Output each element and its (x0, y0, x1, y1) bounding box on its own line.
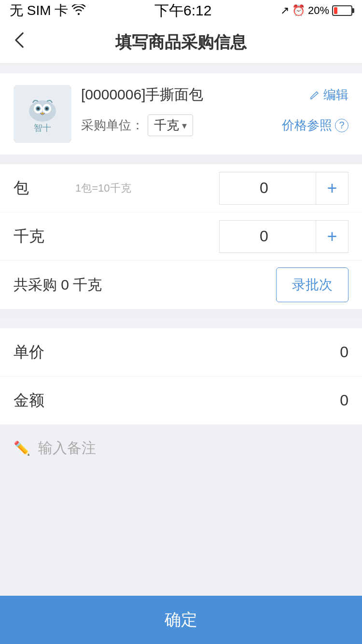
amount-value: 0 (340, 392, 348, 409)
edit-button[interactable]: 编辑 (309, 86, 348, 103)
section-divider-2 (0, 309, 362, 319)
bao-sub-label: 1包=10千克 (75, 181, 219, 196)
unit-price-row: 单价 0 (0, 328, 362, 377)
empty-area (0, 472, 362, 616)
pencil-icon: ✏️ (14, 440, 30, 456)
price-ref-link[interactable]: 价格参照 ? (282, 117, 348, 134)
nav-bar: 填写商品采购信息 (0, 21, 362, 64)
status-left: 无 SIM 卡 (10, 1, 85, 20)
total-row: 共采购 0 千克 录批次 (0, 261, 362, 309)
svg-point-0 (29, 100, 56, 122)
product-image-inner: 智十 (26, 94, 59, 134)
product-name-row: [0000006]手撕面包 编辑 (81, 85, 348, 105)
total-text: 共采购 0 千克 (14, 275, 102, 295)
unit-label: 采购单位： (81, 117, 144, 134)
batch-button[interactable]: 录批次 (276, 267, 348, 302)
bao-input[interactable] (219, 172, 316, 205)
price-ref-help-icon: ? (335, 119, 348, 132)
time-display: 下午6:12 (154, 1, 211, 21)
product-card: 智十 [0000006]手撕面包 编辑 采购单位： 千克 ▾ (0, 73, 362, 154)
brand-text: 智十 (34, 122, 51, 134)
bao-input-row: 包 1包=10千克 + (0, 164, 362, 212)
chevron-down-icon: ▾ (182, 120, 187, 131)
remark-placeholder: 输入备注 (38, 438, 96, 458)
product-image: 智十 (14, 85, 71, 143)
page-title: 填写商品采购信息 (115, 31, 247, 54)
unit-select[interactable]: 千克 ▾ (148, 114, 193, 136)
bao-plus-button[interactable]: + (316, 172, 348, 205)
unit-price-label: 单价 (14, 342, 44, 363)
bao-input-wrap: + (219, 172, 348, 205)
svg-point-5 (37, 108, 40, 110)
product-unit-row: 采购单位： 千克 ▾ 价格参照 ? (81, 114, 348, 136)
product-info: [0000006]手撕面包 编辑 采购单位： 千克 ▾ 价格 (81, 85, 348, 136)
kg-plus-button[interactable]: + (316, 220, 348, 253)
confirm-text: 确定 (165, 609, 197, 631)
battery-pct: 20% (308, 4, 329, 17)
confirm-bar[interactable]: 确定 (0, 596, 362, 644)
product-name: [0000006]手撕面包 (81, 85, 203, 105)
bao-label: 包 (14, 178, 71, 199)
amount-label: 金额 (14, 390, 44, 411)
carrier-text: 无 SIM 卡 (10, 1, 68, 20)
unit-price-value: 0 (340, 343, 348, 361)
status-bar: 无 SIM 卡 下午6:12 ↗ ⏰ 20% (0, 0, 362, 21)
main-content: 智十 [0000006]手撕面包 编辑 采购单位： 千克 ▾ (0, 73, 362, 644)
kg-input-wrap: + (219, 220, 348, 253)
kg-label: 千克 (14, 226, 71, 247)
battery-icon (332, 5, 352, 16)
svg-point-6 (46, 108, 48, 110)
wifi-icon (72, 3, 85, 18)
kg-input-row: 千克 + (0, 212, 362, 261)
battery-fill (334, 7, 337, 14)
price-section: 单价 0 金额 0 (0, 328, 362, 425)
remark-section[interactable]: ✏️ 输入备注 (0, 425, 362, 472)
status-right: ↗ ⏰ 20% (280, 4, 352, 17)
section-divider-1 (0, 154, 362, 164)
input-section: 包 1包=10千克 + 千克 + (0, 164, 362, 261)
location-icon: ↗ (280, 4, 289, 17)
amount-row: 金额 0 (0, 377, 362, 425)
unit-select-text: 千克 (154, 117, 179, 134)
alarm-icon: ⏰ (292, 4, 305, 17)
kg-input[interactable] (219, 220, 316, 253)
back-button[interactable] (14, 31, 25, 53)
